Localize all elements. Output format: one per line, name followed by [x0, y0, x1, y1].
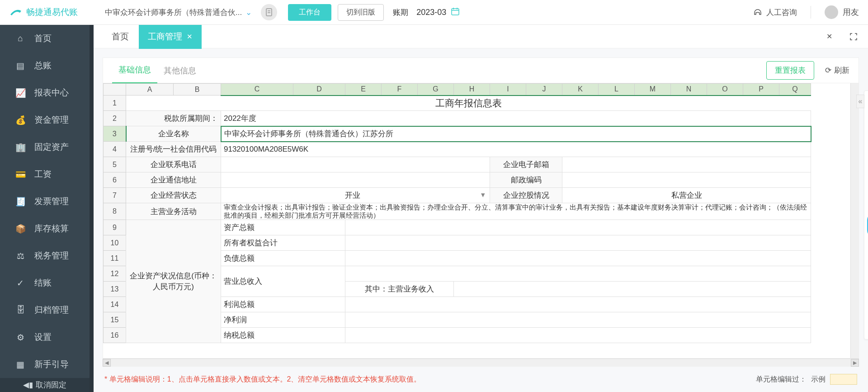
spreadsheet[interactable]: A B C D E F G H I J K L M — [103, 83, 850, 358]
r16-value[interactable] — [345, 328, 811, 343]
year-2018年[interactable]: 2018年 — [864, 130, 868, 151]
row-1[interactable]: 1 — [104, 96, 126, 111]
row-15[interactable]: 15 — [104, 312, 126, 328]
row-14[interactable]: 14 — [104, 297, 126, 312]
r7-value[interactable]: 开业▾ — [221, 188, 490, 203]
col-A[interactable]: A — [126, 84, 174, 96]
r8-value[interactable]: 审查企业会计报表；出具审计报告；验证企业资本；出具验资报告；办理企业合开、分立、… — [221, 203, 811, 220]
sidebar-item-asset[interactable]: 🏢固定资产 — [0, 134, 90, 161]
year-2026年[interactable]: 2026年 — [864, 300, 868, 320]
horizontal-scrollbar[interactable]: ◀ ▶ — [103, 359, 859, 367]
r5-value2[interactable] — [562, 157, 811, 172]
row-16[interactable]: 16 — [104, 328, 126, 343]
col-G[interactable]: G — [418, 84, 454, 96]
r5-value[interactable] — [221, 157, 490, 172]
col-J[interactable]: J — [526, 84, 562, 96]
vertical-scrollbar[interactable] — [850, 83, 859, 358]
year-2020年[interactable]: 2020年 — [864, 171, 868, 191]
row-10[interactable]: 10 — [104, 235, 126, 251]
sidebar-scrollbar[interactable] — [90, 25, 94, 392]
year-2019年[interactable]: 2019年 — [864, 151, 868, 171]
year-2023年[interactable]: 2023年 — [864, 239, 868, 259]
r2-value[interactable]: 2022年度 — [221, 111, 811, 126]
rail-collapse-icon[interactable]: « — [856, 95, 864, 108]
tab-business-admin[interactable]: 工商管理 ✕ — [139, 25, 202, 49]
scroll-left-icon[interactable]: ◀ — [103, 359, 111, 367]
tab-other-info[interactable]: 其他信息 — [157, 58, 203, 83]
col-L[interactable]: L — [599, 84, 635, 96]
reset-report-button[interactable]: 重置报表 — [766, 61, 814, 80]
col-C[interactable]: C — [221, 84, 293, 96]
sidebar-item-salary[interactable]: 💳工资 — [0, 161, 90, 188]
r14-value[interactable] — [345, 297, 811, 312]
col-P[interactable]: P — [743, 84, 779, 96]
sidebar-item-invoice[interactable]: 🧾发票管理 — [0, 188, 90, 215]
r10-value[interactable] — [345, 235, 811, 251]
r3-value[interactable]: 中审众环会计师事务所（特殊普通合伙）江苏分所 — [221, 126, 811, 142]
col-O[interactable]: O — [707, 84, 743, 96]
row-2[interactable]: 2 — [104, 111, 126, 126]
scroll-right-icon[interactable]: ▶ — [851, 359, 859, 367]
switch-old-button[interactable]: 切到旧版 — [338, 4, 384, 21]
org-selector[interactable]: 中审众环会计师事务所（特殊普通合伙... ⌄ — [105, 7, 252, 18]
r15-value[interactable] — [345, 312, 811, 328]
year-2021年[interactable]: 2021年 — [864, 191, 868, 212]
r13-value[interactable] — [454, 282, 811, 297]
row-7[interactable]: 7 — [104, 188, 126, 203]
row-11[interactable]: 11 — [104, 251, 126, 266]
tab-home[interactable]: 首页 — [102, 25, 139, 49]
year-2024年[interactable]: 2024年 — [864, 259, 868, 279]
sidebar-item-ledger[interactable]: ▤总账 — [0, 52, 90, 79]
close-icon[interactable]: ✕ — [187, 33, 193, 41]
refresh-button[interactable]: ⟳ 刷新 — [825, 65, 849, 76]
row-12[interactable]: 12 — [104, 266, 126, 282]
support-link[interactable]: 人工咨询 — [753, 7, 797, 18]
sidebar-item-inventory[interactable]: 📦库存核算 — [0, 215, 90, 242]
row-5[interactable]: 5 — [104, 157, 126, 172]
workspace-button[interactable]: 工作台 — [288, 4, 331, 21]
col-H[interactable]: H — [454, 84, 490, 96]
sidebar-item-archive[interactable]: 🗄归档管理 — [0, 296, 90, 324]
row-13[interactable]: 13 — [104, 282, 126, 297]
row-8[interactable]: 8 — [104, 203, 126, 220]
tab-basic-info[interactable]: 基础信息 — [112, 57, 157, 84]
r12-value[interactable] — [345, 266, 811, 282]
col-N[interactable]: N — [671, 84, 707, 96]
sidebar-item-chart[interactable]: 📈报表中心 — [0, 79, 90, 106]
col-K[interactable]: K — [562, 84, 599, 96]
r11-value[interactable] — [345, 251, 811, 266]
col-B[interactable]: B — [174, 84, 221, 96]
r6-value[interactable] — [221, 172, 490, 188]
r7-value2[interactable]: 私营企业 — [562, 188, 811, 203]
col-F[interactable]: F — [382, 84, 418, 96]
sidebar-item-fund[interactable]: 💰资金管理 — [0, 106, 90, 134]
row-3[interactable]: 3 — [104, 126, 126, 142]
col-E[interactable]: E — [345, 84, 382, 96]
close-all-icon[interactable]: ✕ — [821, 29, 837, 45]
sidebar-item-home[interactable]: ⌂首页 — [0, 25, 90, 52]
sidebar-item-guide[interactable]: ▦新手引导 — [0, 351, 90, 378]
col-M[interactable]: M — [635, 84, 671, 96]
r6-value2[interactable] — [562, 172, 811, 188]
r9-value[interactable] — [345, 220, 811, 235]
row-9[interactable]: 9 — [104, 220, 126, 235]
dropdown-icon[interactable]: ▾ — [481, 190, 485, 200]
col-D[interactable]: D — [293, 84, 345, 96]
row-6[interactable]: 6 — [104, 172, 126, 188]
document-icon[interactable] — [261, 4, 277, 20]
year-2017年[interactable]: 2017年 — [864, 110, 868, 130]
sidebar-unpin[interactable]: ◀▮ 取消固定 — [0, 378, 90, 392]
period-value[interactable]: 2023-03 — [416, 8, 446, 17]
col-Q[interactable]: Q — [779, 84, 811, 96]
row-4[interactable]: 4 — [104, 142, 126, 157]
col-I[interactable]: I — [490, 84, 526, 96]
user-menu[interactable]: 用友 — [825, 5, 859, 19]
corner-cell[interactable] — [104, 84, 126, 96]
r4-value[interactable]: 91320100MA208E5W6K — [221, 142, 811, 157]
year-2025年[interactable]: 2025年 — [864, 279, 868, 300]
fullscreen-icon[interactable] — [845, 29, 862, 45]
calendar-icon[interactable] — [451, 7, 460, 18]
sidebar-item-close[interactable]: ✓结账 — [0, 269, 90, 296]
sidebar-item-settings[interactable]: ⚙设置 — [0, 324, 90, 351]
sidebar-item-tax[interactable]: ⚖税务管理 — [0, 242, 90, 269]
